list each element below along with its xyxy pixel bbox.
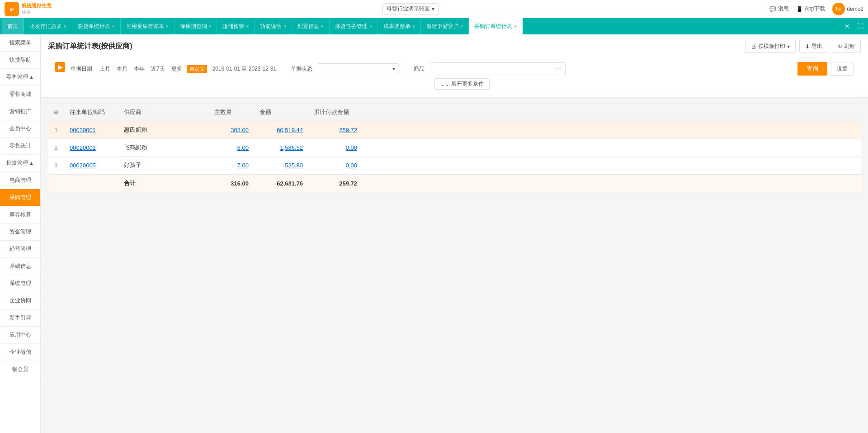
filter-bar: ▶ 单据日期 上月 本月 本年 近7天 更多 自定义 [48, 57, 861, 97]
row-amount: 1,586.52 [254, 139, 308, 157]
sidebar-item-enterprise[interactable]: 企业协同 [0, 292, 40, 309]
sidebar-item-wechat[interactable]: 企业微信 [0, 344, 40, 361]
footer-amount: 62,631.76 [254, 174, 308, 192]
table-area: ⚙ 往来单位编码 供应商 主数量 金额 [41, 98, 868, 433]
tab-home[interactable]: 首页 [2, 18, 24, 34]
close-icon[interactable]: × [514, 24, 517, 29]
row-paid: 0.00 [308, 139, 363, 157]
sidebar-item-search[interactable]: 搜索菜单 [0, 34, 40, 52]
row-qty: 7.00 [209, 157, 254, 175]
sidebar-item-retail-mgmt[interactable]: 零售管理 ▲ [0, 69, 40, 86]
expand-btn[interactable]: ⌄⌄ 展开更多条件 [434, 78, 490, 90]
footer-label [64, 174, 118, 192]
close-icon[interactable]: × [283, 24, 286, 29]
tab-可用量库存账本[interactable]: 可用量库存账本 × [121, 18, 175, 34]
export-btn[interactable]: ⬇ 导出 [799, 40, 828, 53]
close-icon[interactable]: × [412, 24, 415, 29]
chevron-down-icon: ▾ [392, 66, 395, 72]
tab-收发存汇总表[interactable]: 收发存汇总表 × [24, 18, 72, 34]
shortcut-7days[interactable]: 近7天 [149, 64, 167, 74]
workspace-selector[interactable]: 母婴行业演示账套 ▾ [382, 3, 439, 14]
row-supplier: 飞鹤奶粉 [118, 139, 209, 157]
sidebar-item-retail-stats[interactable]: 零售统计 [0, 138, 40, 155]
close-icon[interactable]: × [112, 24, 115, 29]
close-icon[interactable]: × [461, 24, 463, 29]
close-icon[interactable]: × [209, 24, 212, 29]
sidebar-item-vip[interactable]: 畅会员 [0, 361, 40, 378]
chevron-icon: ▲ [29, 74, 34, 81]
chevron-down-icon: ▾ [787, 43, 790, 50]
shortcut-this-month[interactable]: 本月 [115, 64, 129, 74]
close-icon[interactable]: × [246, 24, 249, 29]
user-menu[interactable]: Ea demo2 [832, 3, 863, 15]
sidebar-item-member[interactable]: 会员中心 [0, 120, 40, 138]
tab-保质期查询[interactable]: 保质期查询 × [175, 18, 217, 34]
tab-邀请下游客户[interactable]: 邀请下游客户 × [421, 18, 469, 34]
content-area: 采购订单统计表(按供应商) 🖨 按模板打印 ▾ ⬇ 导出 ↻ 刷新 [41, 34, 868, 433]
table-header-row: ⚙ 往来单位编码 供应商 主数量 金额 [48, 104, 861, 121]
sidebar-item-quick-nav[interactable]: 快捷导航 [0, 52, 40, 69]
row-amount: 60,519.44 [254, 121, 308, 139]
chevron-icon: ▲ [29, 160, 34, 167]
custom-date-tag[interactable]: 自定义 [187, 65, 207, 73]
table-footer-row: 合计 316.00 62,631.76 259.72 [48, 174, 861, 192]
shortcut-last-month[interactable]: 上月 [98, 64, 112, 74]
sidebar-item-newbie[interactable]: 新手引导 [0, 309, 40, 327]
maximize-btn[interactable]: ⛶ [854, 21, 866, 32]
tab-拣货任务管理[interactable]: 拣货任务管理 × [330, 18, 378, 34]
row-code: 00020005 [64, 157, 118, 175]
close-icon[interactable]: × [369, 24, 372, 29]
close-icon[interactable]: × [321, 24, 324, 29]
tab-采购订单统计表[interactable]: 采购订单统计表 × [469, 18, 523, 34]
close-window-btn[interactable]: ✕ [842, 21, 853, 32]
table-row: 2 00020002 飞鹤奶粉 6.00 1,586.52 0.00 [48, 139, 861, 157]
tab-成本调整单[interactable]: 成本调整单 × [378, 18, 421, 34]
shortcut-this-year[interactable]: 本年 [132, 64, 146, 74]
sidebar-item-purchase[interactable]: 采购管理 [0, 189, 40, 206]
status-select[interactable]: ▾ [318, 63, 399, 74]
phone-icon: 📱 [796, 6, 803, 12]
gear-icon[interactable]: ⚙ [53, 109, 59, 116]
app-download-btn[interactable]: 📱 App下载 [796, 5, 825, 13]
row-code: 00020002 [64, 139, 118, 157]
page-title-row: 采购订单统计表(按供应商) 🖨 按模板打印 ▾ ⬇ 导出 ↻ 刷新 [48, 40, 861, 53]
settings-button[interactable]: 设置 [831, 62, 854, 76]
th-qty: 主数量 [209, 104, 254, 121]
close-icon[interactable]: × [64, 24, 66, 29]
tab-要货单统计表[interactable]: 要货单统计表 × [72, 18, 121, 34]
tab-超储预警[interactable]: 超储预警 × [217, 18, 255, 34]
sidebar-item-system[interactable]: 系统管理 [0, 275, 40, 292]
nav-end-buttons: ✕ ⛶ [842, 21, 866, 32]
tab-功能说明[interactable]: 功能说明 × [255, 18, 292, 34]
sidebar-item-ecommerce[interactable]: 电商管理 [0, 172, 40, 189]
close-icon[interactable]: × [166, 24, 169, 29]
sidebar-item-retail-mall[interactable]: 零售商城 [0, 86, 40, 103]
tab-配置信息[interactable]: 配置信息 × [292, 18, 330, 34]
sidebar-item-app-center[interactable]: 应用中心 [0, 327, 40, 344]
filter-toggle-btn[interactable]: ▶ [55, 62, 65, 72]
shortcut-more[interactable]: 更多 [170, 64, 184, 74]
goods-input[interactable]: ··· [430, 62, 566, 75]
query-button[interactable]: 查询 [797, 62, 827, 76]
sidebar-item-finance[interactable]: 资金管理 [0, 224, 40, 241]
row-supplier: 惠氏奶粉 [118, 121, 209, 139]
row-index: 2 [48, 139, 64, 157]
print-btn[interactable]: 🖨 按模板打印 ▾ [745, 40, 796, 53]
refresh-btn[interactable]: ↻ 刷新 [832, 40, 861, 53]
refresh-icon: ↻ [838, 43, 842, 50]
sidebar-item-basic-info[interactable]: 基础信息 [0, 258, 40, 275]
sidebar-item-wholesale[interactable]: 批发管理 ▲ [0, 155, 40, 172]
top-right: 💬 消息 📱 App下载 Ea demo2 [769, 3, 863, 15]
date-shortcuts: 上月 本月 本年 近7天 更多 自定义 [98, 64, 207, 74]
sidebar-item-marketing[interactable]: 营销推广 [0, 103, 40, 120]
sidebar-item-inventory[interactable]: 库存核算 [0, 206, 40, 224]
more-options-icon[interactable]: ··· [556, 65, 561, 73]
page-header: 采购订单统计表(按供应商) 🖨 按模板打印 ▾ ⬇ 导出 ↻ 刷新 [41, 34, 868, 98]
message-btn[interactable]: 💬 消息 [769, 5, 789, 13]
footer-supplier: 合计 [118, 174, 209, 192]
logo-icon: 好 [5, 2, 19, 16]
chevron-down-icon: ⌄⌄ [440, 81, 449, 87]
th-extra [363, 104, 861, 121]
footer-qty: 316.00 [209, 174, 254, 192]
sidebar-item-operations[interactable]: 经营管理 [0, 241, 40, 258]
